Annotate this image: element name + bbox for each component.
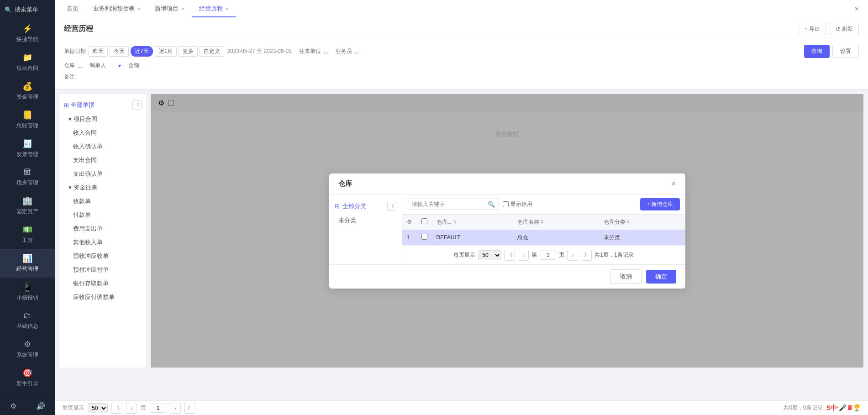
bill-item-income-confirm[interactable]: 收入确认单 bbox=[59, 140, 146, 153]
th-code-label: 仓库... bbox=[437, 218, 452, 226]
sidebar-item-fixed[interactable]: 🏢 固定资产 bbox=[0, 191, 55, 220]
staff-label: 业务员 bbox=[336, 47, 352, 55]
date-btn-more[interactable]: 更多 bbox=[179, 46, 198, 57]
status-per-page-select[interactable]: 50 bbox=[88, 403, 108, 413]
bill-item-bank[interactable]: 银行存取款单 bbox=[59, 277, 146, 290]
sidebar-item-project[interactable]: 📁 项目合同 bbox=[0, 48, 55, 77]
add-warehouse-button[interactable]: + 新增仓库 bbox=[640, 198, 679, 210]
export-button[interactable]: ↑ 导出 bbox=[799, 23, 826, 35]
sidebar-item-tax[interactable]: 🏛 税务管理 bbox=[0, 163, 55, 191]
status-prev-page[interactable]: ‹ bbox=[126, 403, 137, 414]
staff-ellipsis[interactable]: ... bbox=[355, 48, 359, 55]
bill-item-project-contract[interactable]: ▾ 项目合同 bbox=[59, 112, 146, 126]
date-btn-yesterday[interactable]: 昨天 bbox=[89, 46, 108, 57]
sidebar: 🔍 搜索菜单 ⚡ 快捷导航 📁 项目合同 💰 资金管理 📒 总账管理 🧾 发票管… bbox=[0, 0, 55, 415]
filter-row-1: 单据日期 昨天 今天 近7天 近1月 更多 自定义 2023-05-27 至 2… bbox=[64, 45, 859, 58]
show-disabled-label[interactable]: 显示停用 bbox=[503, 200, 532, 208]
tab-new-project[interactable]: 新增项目 × bbox=[147, 1, 191, 17]
status-next-page[interactable]: › bbox=[170, 403, 181, 414]
modal-close-button[interactable]: × bbox=[671, 179, 676, 189]
sidebar-item-apps[interactable]: 🔲 应用中心 bbox=[0, 392, 55, 397]
sidebar-item-operations[interactable]: 📊 经营管理 bbox=[0, 249, 55, 278]
settings-bottom-icon[interactable]: ⚙ bbox=[10, 402, 16, 410]
sound-bottom-icon[interactable]: 🔊 bbox=[36, 402, 45, 410]
per-page-select[interactable]: 10 20 50 100 bbox=[478, 250, 501, 260]
page-number-input[interactable] bbox=[540, 251, 556, 260]
bill-item-payment[interactable]: 付款单 bbox=[59, 208, 146, 222]
refresh-button[interactable]: ↺ 刷新 bbox=[830, 23, 859, 35]
tab-home[interactable]: 首页 bbox=[59, 1, 86, 17]
ledger-icon: 📒 bbox=[22, 110, 32, 120]
modal-collapse-button[interactable]: 《 bbox=[387, 202, 396, 211]
search-input[interactable] bbox=[412, 201, 486, 207]
tab-operations-history[interactable]: 经营历程 × bbox=[192, 1, 236, 17]
counterparty-ellipsis[interactable]: ... bbox=[324, 48, 328, 55]
last-page-button[interactable]: 》 bbox=[581, 250, 592, 261]
bill-item-fund-flow[interactable]: ▾ 资金往来 bbox=[59, 181, 146, 194]
sidebar-item-basic[interactable]: 🗂 基础信息 bbox=[0, 306, 55, 335]
date-btn-custom[interactable]: 自定义 bbox=[200, 46, 224, 57]
status-total-label: 共0页，0条记录 bbox=[784, 404, 822, 412]
bill-item-expense-bill[interactable]: 费用支出单 bbox=[59, 222, 146, 236]
confirm-button[interactable]: 确定 bbox=[646, 270, 676, 284]
sidebar-item-system[interactable]: ⚙ 系统管理 bbox=[0, 335, 55, 363]
select-all-table-checkbox[interactable] bbox=[421, 218, 427, 224]
sidebar-item-ledger[interactable]: 📒 总账管理 bbox=[0, 105, 55, 134]
sidebar-search[interactable]: 🔍 搜索菜单 bbox=[0, 0, 55, 19]
warehouse-ellipsis[interactable]: ... bbox=[78, 63, 82, 69]
date-btn-today[interactable]: 今天 bbox=[110, 46, 129, 57]
date-btn-7days[interactable]: 近7天 bbox=[131, 46, 153, 57]
sidebar-item-payroll[interactable]: 💵 工资 bbox=[0, 220, 55, 249]
first-page-button[interactable]: 《 bbox=[504, 250, 515, 261]
bill-item-advance-recv[interactable]: 预收冲应收单 bbox=[59, 249, 146, 263]
counterparty-filter: 往来单位 ... bbox=[299, 47, 328, 55]
bill-item-expense-contract[interactable]: 支出合同 bbox=[59, 153, 146, 167]
table-row[interactable]: 1 DEFAULT 总仓 未分类 bbox=[402, 230, 685, 245]
all-bills-header[interactable]: ⊞ 全部单据 《 bbox=[59, 98, 146, 112]
status-page-input[interactable] bbox=[150, 404, 166, 413]
gear-icon-th[interactable]: ⚙ bbox=[407, 219, 412, 225]
tab-new-project-close[interactable]: × bbox=[181, 6, 184, 11]
next-page-button[interactable]: › bbox=[567, 250, 578, 261]
tab-operations-history-close[interactable]: × bbox=[226, 6, 228, 11]
category-unclassified[interactable]: 未分类 bbox=[329, 214, 402, 227]
query-button[interactable]: 查询 bbox=[804, 45, 830, 58]
window-close-icon[interactable]: × bbox=[850, 5, 863, 13]
prev-page-button[interactable]: ‹ bbox=[518, 250, 529, 261]
status-first-page[interactable]: 《 bbox=[111, 403, 122, 414]
sidebar-bottom: ⚙ 🔊 bbox=[0, 397, 55, 415]
bill-item-income-contract[interactable]: 收入合同 bbox=[59, 126, 146, 140]
bill-item-advance-pay[interactable]: 预付冲应付单 bbox=[59, 263, 146, 277]
tab-profit-close[interactable]: × bbox=[137, 6, 140, 11]
sort-icon-category[interactable]: ⇅ bbox=[626, 220, 630, 224]
status-bar: 每页显示 50 《 ‹ 页 › 》 共0页，0条记录 S中·🎤🖥🏆 bbox=[55, 400, 868, 415]
sort-icon-name[interactable]: ⇅ bbox=[540, 220, 544, 224]
cancel-button[interactable]: 取消 bbox=[610, 269, 642, 284]
bill-item-expense-confirm[interactable]: 支出确认单 bbox=[59, 167, 146, 181]
bill-item-other-income[interactable]: 其他收入单 bbox=[59, 236, 146, 249]
settings-button[interactable]: 设置 bbox=[832, 45, 859, 58]
status-last-page[interactable]: 》 bbox=[184, 403, 195, 414]
sidebar-item-guide[interactable]: 🎯 新手引导 bbox=[0, 363, 55, 392]
sidebar-item-fund[interactable]: 💰 资金管理 bbox=[0, 77, 55, 105]
th-code: 仓库... ⇅ bbox=[432, 215, 513, 230]
sidebar-item-invoice[interactable]: 🧾 发票管理 bbox=[0, 134, 55, 163]
sidebar-item-marketing[interactable]: 📱 小畅报销 bbox=[0, 278, 55, 306]
tab-new-project-label: 新增项目 bbox=[155, 5, 179, 13]
modal-header: 仓库 × bbox=[329, 173, 685, 194]
tab-profit[interactable]: 业务利润预估表 × bbox=[86, 1, 147, 17]
per-page-label: 每页显示 bbox=[453, 251, 475, 259]
collapse-button[interactable]: 《 bbox=[132, 100, 142, 110]
bill-item-adjustment[interactable]: 应收应付调整单 bbox=[59, 290, 146, 304]
staff-filter: 业务员 ... bbox=[336, 47, 359, 55]
show-disabled-checkbox[interactable] bbox=[503, 201, 509, 207]
show-disabled-text: 显示停用 bbox=[510, 200, 532, 208]
row-checkbox[interactable] bbox=[421, 234, 427, 240]
modal-left-header[interactable]: ⊞ 全部分类 《 bbox=[329, 199, 402, 214]
creator-dropdown[interactable]: ▾ bbox=[118, 63, 121, 69]
warehouse-filter: 仓库 ... bbox=[64, 62, 82, 69]
bill-item-receipt[interactable]: 收款单 bbox=[59, 194, 146, 208]
date-btn-1month[interactable]: 近1月 bbox=[155, 46, 177, 57]
sidebar-item-quick-nav[interactable]: ⚡ 快捷导航 bbox=[0, 19, 55, 48]
sort-icon-code[interactable]: ⇅ bbox=[453, 220, 457, 224]
